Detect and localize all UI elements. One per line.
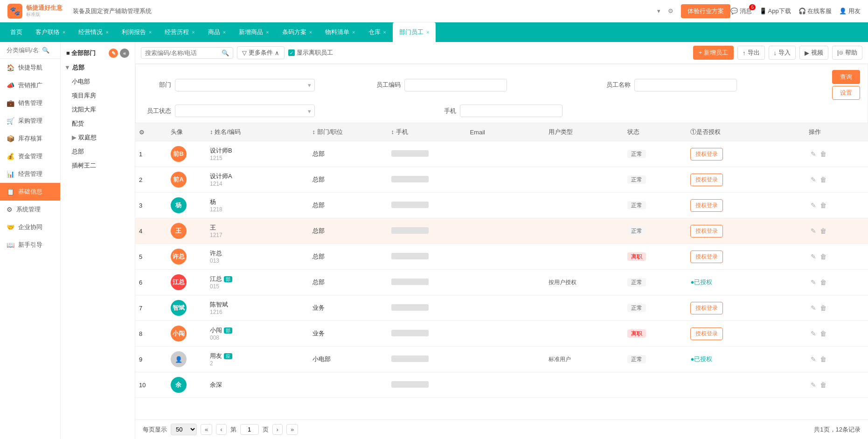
close-tab-icon[interactable]: × xyxy=(223,29,226,35)
th-settings[interactable]: ⚙ xyxy=(135,123,167,141)
sidebar-search-input[interactable] xyxy=(7,47,39,54)
nav-tab-经营情况[interactable]: 经营情况× xyxy=(72,22,115,42)
cell-auth[interactable]: 授权登录 xyxy=(687,295,805,321)
th-name[interactable]: ↕ 姓名/编码 xyxy=(206,123,309,141)
cell-auth[interactable]: 授权登录 xyxy=(687,244,805,270)
close-tab-icon[interactable]: × xyxy=(149,29,152,35)
auth-btn[interactable]: 授权登录 xyxy=(690,199,723,212)
auth-btn[interactable]: 授权登录 xyxy=(690,328,723,340)
sidebar-item-finance[interactable]: 💰资金管理 xyxy=(0,147,60,165)
delete-btn[interactable]: 🗑 xyxy=(818,201,828,210)
msg-btn[interactable]: 💬 6 消息 xyxy=(730,7,752,15)
edit-btn[interactable]: ✎ xyxy=(809,201,818,210)
cell-auth[interactable]: 授权登录 xyxy=(687,141,805,167)
cell-auth[interactable]: 授权登录 xyxy=(687,167,805,193)
gear-icon[interactable]: ⚙ xyxy=(668,7,674,14)
query-btn[interactable]: 查询 xyxy=(832,70,860,84)
more-filter-btn[interactable]: ▽ 更多条件 ∧ xyxy=(237,46,285,59)
add-employee-button[interactable]: + 新增员工 xyxy=(693,46,734,60)
nav-tab-部门员工[interactable]: 部门员工× xyxy=(393,22,436,42)
dept-collapse-icon[interactable]: « xyxy=(120,49,129,58)
delete-btn[interactable]: 🗑 xyxy=(818,380,828,390)
close-tab-icon[interactable]: × xyxy=(352,29,355,35)
edit-btn[interactable]: ✎ xyxy=(809,252,818,261)
last-page-btn[interactable]: » xyxy=(286,424,298,435)
filter-dept-select[interactable] xyxy=(175,79,315,91)
auth-btn[interactable]: 授权登录 xyxy=(690,174,723,186)
setting-btn[interactable]: 设置 xyxy=(832,86,860,100)
sidebar-item-guide[interactable]: 📖新手引导 xyxy=(0,236,60,254)
import-btn[interactable]: ↓ 导入 xyxy=(769,46,796,60)
edit-btn[interactable]: ✎ xyxy=(809,226,818,236)
th-dept[interactable]: ↕ 部门/职位 xyxy=(309,123,388,141)
expand-icon[interactable]: ▾ xyxy=(657,7,660,14)
close-tab-icon[interactable]: × xyxy=(309,29,312,35)
sidebar-item-quick[interactable]: 🏠快捷导航 xyxy=(0,59,60,77)
edit-btn[interactable]: ✎ xyxy=(809,380,818,390)
nav-tab-条码方案[interactable]: 条码方案× xyxy=(276,22,319,42)
close-tab-icon[interactable]: × xyxy=(62,29,65,35)
app-download[interactable]: 📱 App下载 xyxy=(759,7,791,15)
edit-btn[interactable]: ✎ xyxy=(809,355,818,364)
close-tab-icon[interactable]: × xyxy=(105,29,108,35)
th-phone[interactable]: ↕ 手机 xyxy=(388,123,466,141)
nav-tab-首页[interactable]: 首页 xyxy=(4,22,29,42)
show-resigned-checkbox[interactable]: ✓ xyxy=(288,49,295,56)
delete-btn[interactable]: 🗑 xyxy=(818,175,828,184)
dept-item-5[interactable]: ▶双庭想 xyxy=(61,131,135,145)
prev-page-btn[interactable]: ‹ xyxy=(216,424,226,435)
cell-auth[interactable] xyxy=(687,372,805,398)
online-service[interactable]: 🎧 在线客服 xyxy=(799,7,832,15)
delete-btn[interactable]: 🗑 xyxy=(818,278,828,287)
edit-btn[interactable]: ✎ xyxy=(809,278,818,287)
sidebar-item-corp[interactable]: 🤝企业协同 xyxy=(0,218,60,236)
edit-btn[interactable]: ✎ xyxy=(809,175,818,184)
dept-item-4[interactable]: 配货 xyxy=(61,117,135,131)
dept-item-3[interactable]: 沈阳大库 xyxy=(61,103,135,117)
nav-tab-利润报告[interactable]: 利润报告× xyxy=(115,22,158,42)
close-tab-icon[interactable]: × xyxy=(426,29,429,35)
dept-edit-icon[interactable]: ✎ xyxy=(109,49,118,58)
dept-item-7[interactable]: 插树王二 xyxy=(61,159,135,173)
delete-btn[interactable]: 🗑 xyxy=(818,329,828,338)
page-input[interactable] xyxy=(240,424,259,435)
delete-btn[interactable]: 🗑 xyxy=(818,252,828,261)
cell-auth[interactable]: 授权登录 xyxy=(687,193,805,218)
edit-btn[interactable]: ✎ xyxy=(809,149,818,159)
cell-auth[interactable]: 授权登录 xyxy=(687,218,805,244)
nav-tab-商品[interactable]: 商品× xyxy=(201,22,232,42)
delete-btn[interactable]: 🗑 xyxy=(818,355,828,364)
edit-btn[interactable]: ✎ xyxy=(809,329,818,338)
search-icon[interactable]: 🔍 xyxy=(222,49,229,56)
sidebar-item-system[interactable]: ⚙系统管理 xyxy=(0,201,60,218)
sidebar-item-ops[interactable]: 📊经营管理 xyxy=(0,165,60,183)
page-size-select[interactable]: 50 100 200 xyxy=(171,424,197,435)
dept-item-6[interactable]: 总部 xyxy=(61,145,135,159)
edit-btn[interactable]: ✎ xyxy=(809,303,818,313)
sidebar-item-sales[interactable]: 💼销售管理 xyxy=(0,94,60,112)
close-tab-icon[interactable]: × xyxy=(192,29,194,35)
nav-tab-经营历程[interactable]: 经营历程× xyxy=(158,22,201,42)
filter-phone-input[interactable] xyxy=(460,105,562,117)
sidebar-item-inventory[interactable]: 📦库存核算 xyxy=(0,130,60,147)
dept-item-0[interactable]: ▼总部 xyxy=(61,61,135,75)
filter-status-select[interactable] xyxy=(175,105,315,117)
sidebar-item-purchase[interactable]: 🛒采购管理 xyxy=(0,112,60,130)
export-btn[interactable]: ↑ 导出 xyxy=(737,46,765,60)
next-page-btn[interactable]: › xyxy=(272,424,283,435)
auth-btn[interactable]: 授权登录 xyxy=(690,251,723,263)
close-tab-icon[interactable]: × xyxy=(383,29,386,35)
first-page-btn[interactable]: « xyxy=(201,424,212,435)
delete-btn[interactable]: 🗑 xyxy=(818,226,828,236)
nav-tab-新增商品[interactable]: 新增商品× xyxy=(232,22,275,42)
delete-btn[interactable]: 🗑 xyxy=(818,303,828,313)
filter-empcode-input[interactable] xyxy=(404,79,507,91)
auth-btn[interactable]: 授权登录 xyxy=(690,148,723,160)
help-btn[interactable]: |⊙ 帮助 xyxy=(832,46,862,60)
show-resigned[interactable]: ✓ 显示离职员工 xyxy=(288,49,333,57)
user-area[interactable]: 👤 用友 xyxy=(839,7,861,15)
delete-btn[interactable]: 🗑 xyxy=(818,149,828,159)
cell-auth[interactable]: 授权登录 xyxy=(687,321,805,347)
sidebar-item-basic[interactable]: 📋基础信息 xyxy=(0,183,60,201)
sidebar-search[interactable]: 🔍 xyxy=(0,42,60,59)
